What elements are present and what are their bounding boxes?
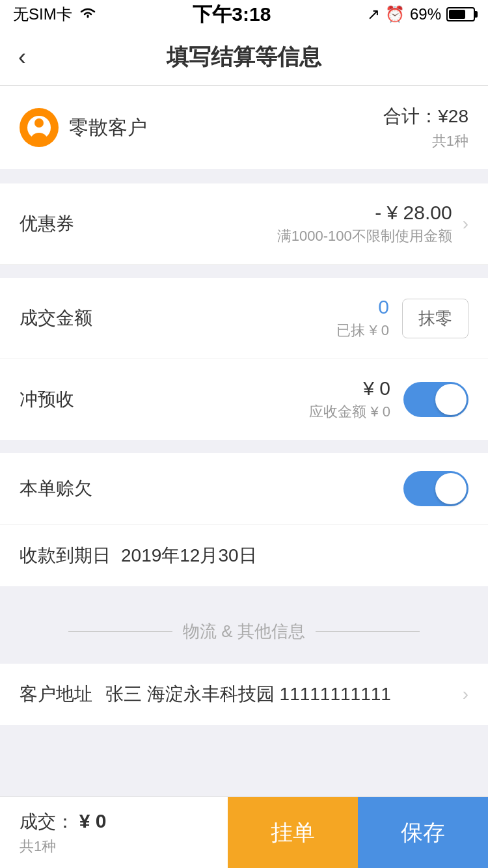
deal-label: 成交： <box>20 811 74 832</box>
due-date-value: 2019年12月30日 <box>121 543 257 568</box>
coupon-value: - ¥ 28.00 满1000-100不限制使用金额 <box>277 202 452 246</box>
sim-status: 无SIM卡 <box>13 4 72 25</box>
status-left: 无SIM卡 <box>13 4 97 25</box>
page-title: 填写结算等信息 <box>167 42 321 72</box>
divider-3 <box>0 440 488 453</box>
prepay-label: 冲预收 <box>20 387 74 412</box>
transaction-label: 成交金额 <box>20 306 92 331</box>
avatar-icon <box>27 116 51 139</box>
round-zero-button[interactable]: 抹零 <box>402 299 468 338</box>
customer-name: 零散客户 <box>69 115 147 141</box>
address-value: 张三 海淀永丰科技园 11111111111 <box>105 682 463 707</box>
save-button[interactable]: 保存 <box>358 797 488 869</box>
coupon-row[interactable]: 优惠券 - ¥ 28.00 满1000-100不限制使用金额 › <box>0 183 488 265</box>
address-section: 客户地址 张三 海淀永丰科技园 11111111111 › <box>0 664 488 725</box>
prepay-toggle[interactable] <box>403 382 468 417</box>
due-date-label: 收款到期日 <box>20 543 111 568</box>
chevron-right-icon: › <box>463 213 468 234</box>
debt-toggle-knob <box>435 473 467 504</box>
divider-4 <box>0 586 488 599</box>
status-bar: 无SIM卡 下午3:18 ↗ ⏰ 69% <box>0 0 488 29</box>
transaction-amount-col: 0 已抹 ¥ 0 <box>336 296 389 340</box>
logistics-line-right <box>316 631 420 632</box>
divider-2 <box>0 265 488 278</box>
wifi-icon <box>79 5 97 23</box>
debt-toggle[interactable] <box>403 471 468 506</box>
prepay-amount: ¥ 0 <box>309 377 390 400</box>
customer-left: 零散客户 <box>20 108 147 147</box>
transaction-value: 0 <box>336 296 389 318</box>
bottom-info: 成交： ¥ 0 共1种 <box>0 809 228 856</box>
bottom-count: 共1种 <box>20 837 208 856</box>
transaction-section: 成交金额 0 已抹 ¥ 0 抹零 冲预收 ¥ 0 应收金额 ¥ 0 <box>0 278 488 440</box>
battery-icon <box>446 7 475 21</box>
debt-label: 本单赊欠 <box>20 476 92 501</box>
logistics-section: 物流 & 其他信息 <box>0 601 488 662</box>
discount-desc: 满1000-100不限制使用金额 <box>277 226 452 246</box>
transaction-sub: 已抹 ¥ 0 <box>336 321 389 340</box>
status-time: 下午3:18 <box>193 1 271 28</box>
total-amount: 合计：¥28 <box>383 104 468 129</box>
avatar <box>20 108 59 147</box>
customer-section: 零散客户 合计：¥28 共1种 <box>0 86 488 169</box>
transaction-right: 0 已抹 ¥ 0 抹零 <box>336 296 468 340</box>
prepay-sub: 应收金额 ¥ 0 <box>309 402 390 422</box>
battery-percent: 69% <box>410 5 441 23</box>
logistics-line-left <box>68 631 172 632</box>
toggle-knob <box>435 384 467 415</box>
bottom-bar: 成交： ¥ 0 共1种 挂单 保存 <box>0 796 488 868</box>
nav-bar: ‹ 填写结算等信息 <box>0 29 488 86</box>
due-date-row: 收款到期日 2019年12月30日 <box>0 525 488 586</box>
bottom-deal: 成交： ¥ 0 <box>20 809 208 834</box>
coupon-right: - ¥ 28.00 满1000-100不限制使用金额 › <box>277 202 468 246</box>
address-row[interactable]: 客户地址 张三 海淀永丰科技园 11111111111 › <box>0 664 488 725</box>
total-count: 共1种 <box>383 131 468 151</box>
debt-section: 本单赊欠 收款到期日 2019年12月30日 <box>0 453 488 586</box>
coupon-label: 优惠券 <box>20 211 74 236</box>
status-right: ↗ ⏰ 69% <box>367 5 475 23</box>
logistics-title: 物流 & 其他信息 <box>183 620 305 643</box>
address-label: 客户地址 <box>20 682 92 707</box>
alarm-icon: ⏰ <box>385 5 405 23</box>
back-button[interactable]: ‹ <box>18 44 26 71</box>
address-chevron-icon: › <box>463 684 468 705</box>
prepay-amount-col: ¥ 0 应收金额 ¥ 0 <box>309 377 390 422</box>
prepay-right: ¥ 0 应收金额 ¥ 0 <box>309 377 468 422</box>
divider-1 <box>0 170 488 183</box>
debt-row: 本单赊欠 <box>0 453 488 525</box>
content: 零散客户 合计：¥28 共1种 优惠券 - ¥ 28.00 满1000-100不… <box>0 86 488 803</box>
transaction-row: 成交金额 0 已抹 ¥ 0 抹零 <box>0 278 488 359</box>
customer-total: 合计：¥28 共1种 <box>383 104 468 151</box>
deal-amount: ¥ 0 <box>79 810 107 832</box>
discount-amount: - ¥ 28.00 <box>277 202 452 224</box>
logistics-header: 物流 & 其他信息 <box>0 614 488 649</box>
hold-button[interactable]: 挂单 <box>228 797 358 869</box>
location-icon: ↗ <box>367 5 380 23</box>
prepay-row: 冲预收 ¥ 0 应收金额 ¥ 0 <box>0 359 488 440</box>
